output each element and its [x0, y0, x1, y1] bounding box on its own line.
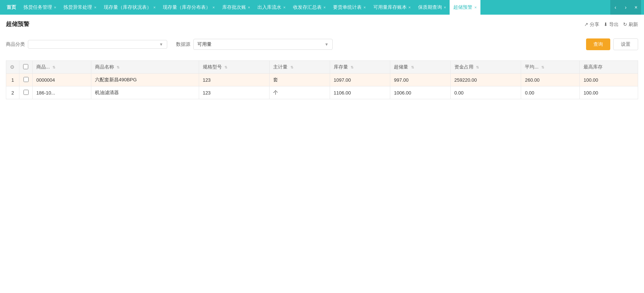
- datasource-label: 数据源: [176, 41, 190, 48]
- nav-expiry-query[interactable]: 保质期查询 ×: [414, 0, 450, 15]
- cell-overstock: 1006.00: [390, 86, 450, 99]
- table-row: 1 0000004 六配套新昌490BPG 123 套 1097.00 997.…: [6, 74, 638, 86]
- share-icon: ↗: [584, 22, 588, 27]
- data-table: 商品... ⇅ 商品名称 ⇅ 规格型号 ⇅ 主计量 ⇅ 库存量 ⇅: [6, 60, 638, 99]
- th-spec[interactable]: 规格型号 ⇅: [199, 61, 270, 74]
- row-checkbox-cell[interactable]: [19, 74, 33, 86]
- row-checkbox[interactable]: [23, 90, 29, 95]
- gear-icon: [10, 64, 15, 70]
- th-capital[interactable]: 资金占用 ⇅: [450, 61, 521, 74]
- select-all-checkbox[interactable]: [23, 64, 28, 69]
- th-stock[interactable]: 库存量 ⇅: [330, 61, 390, 74]
- cell-stock: 1106.00: [330, 86, 390, 99]
- datasource-chevron-icon: ▼: [325, 42, 329, 47]
- row-checkbox[interactable]: [23, 77, 29, 82]
- row-index: 2: [6, 86, 19, 99]
- cell-overstock: 997.00: [390, 74, 450, 86]
- th-unit[interactable]: 主计量 ⇅: [270, 61, 330, 74]
- sort-overstock-icon: ⇅: [411, 65, 414, 69]
- th-product-name[interactable]: 商品名称 ⇅: [91, 61, 199, 74]
- sort-avg-icon: ⇅: [541, 65, 544, 69]
- category-select[interactable]: ▼: [28, 40, 167, 49]
- nav-inventory-status[interactable]: 现存量（库存状况表） ×: [100, 0, 159, 15]
- export-icon: ⬇: [604, 22, 608, 27]
- close-overstock-warning[interactable]: ×: [474, 5, 476, 10]
- nav-available-account[interactable]: 可用量库存账本 ×: [370, 0, 414, 15]
- close-expiry-query[interactable]: ×: [444, 5, 446, 10]
- sort-stock-icon: ⇅: [351, 65, 354, 69]
- th-product-code[interactable]: 商品... ⇅: [33, 61, 91, 74]
- sort-product-name-icon: ⇅: [117, 65, 120, 69]
- query-button[interactable]: 查询: [586, 38, 610, 50]
- nav-order-stats[interactable]: 要货单统计表 ×: [329, 0, 369, 15]
- cell-product-code: 0000004: [33, 74, 91, 86]
- close-inout-flow[interactable]: ×: [283, 5, 285, 10]
- sort-unit-icon: ⇅: [290, 65, 293, 69]
- cell-capital: 0.00: [450, 86, 521, 99]
- cell-max-stock: 100.00: [580, 74, 638, 86]
- datasource-value: 可用量: [197, 41, 212, 48]
- sort-capital-icon: ⇅: [476, 65, 479, 69]
- row-checkbox-cell[interactable]: [19, 86, 33, 99]
- datasource-select[interactable]: 可用量 ▼: [193, 39, 333, 50]
- nav-abnormal[interactable]: 拣货异常处理 ×: [60, 0, 100, 15]
- close-task-mgmt[interactable]: ×: [54, 5, 56, 10]
- table-header-row: 商品... ⇅ 商品名称 ⇅ 规格型号 ⇅ 主计量 ⇅ 库存量 ⇅: [6, 61, 638, 74]
- datasource-filter: 数据源 可用量 ▼: [176, 39, 333, 50]
- close-available-account[interactable]: ×: [409, 5, 411, 10]
- cell-avg: 260.00: [521, 74, 580, 86]
- th-avg[interactable]: 平均... ⇅: [521, 61, 580, 74]
- page-header: 超储预警 ↗ 分享 ⬇ 导出 ↻ 刷新: [6, 21, 638, 28]
- th-settings[interactable]: [6, 61, 19, 74]
- sort-product-code-icon: ⇅: [52, 65, 55, 69]
- filter-actions: 查询 设置: [586, 38, 638, 50]
- nav-batch-account[interactable]: 库存批次账 ×: [219, 0, 254, 15]
- refresh-icon: ↻: [623, 22, 627, 27]
- top-nav: 首页 拣货任务管理 × 拣货异常处理 × 现存量（库存状况表） × 现存量（库存…: [0, 0, 644, 15]
- nav-home[interactable]: 首页: [3, 0, 20, 15]
- row-index: 1: [6, 74, 19, 86]
- close-inventory-dist[interactable]: ×: [212, 5, 215, 10]
- nav-prev-button[interactable]: ‹: [610, 0, 621, 15]
- nav-collect-summary[interactable]: 收发存汇总表 ×: [289, 0, 329, 15]
- category-filter: 商品分类 ▼: [6, 40, 167, 49]
- nav-task-mgmt[interactable]: 拣货任务管理 ×: [20, 0, 60, 15]
- sort-spec-icon: ⇅: [224, 65, 227, 69]
- nav-overstock-warning[interactable]: 超储预警 ×: [450, 0, 480, 15]
- page-title: 超储预警: [6, 21, 29, 28]
- page-content: 超储预警 ↗ 分享 ⬇ 导出 ↻ 刷新 商品分类 ▼ 数据源: [0, 15, 644, 293]
- th-checkbox[interactable]: [19, 61, 33, 74]
- cell-stock: 1097.00: [330, 74, 390, 86]
- refresh-button[interactable]: ↻ 刷新: [623, 21, 638, 28]
- cell-avg: 0.00: [521, 86, 580, 99]
- category-label: 商品分类: [6, 41, 25, 48]
- close-inventory-status[interactable]: ×: [153, 5, 155, 10]
- th-max-stock[interactable]: 最高库存: [580, 61, 638, 74]
- cell-product-name: 机油滤清器: [91, 86, 199, 99]
- nav-inventory-dist[interactable]: 现存量（库存分布表） ×: [159, 0, 218, 15]
- close-collect-summary[interactable]: ×: [323, 5, 326, 10]
- close-order-stats[interactable]: ×: [363, 5, 366, 10]
- cell-unit: 个: [270, 86, 330, 99]
- nav-next-button[interactable]: ›: [621, 0, 631, 15]
- nav-inout-flow[interactable]: 出入库流水 ×: [254, 0, 289, 15]
- cell-spec: 123: [199, 74, 270, 86]
- header-actions: ↗ 分享 ⬇ 导出 ↻ 刷新: [584, 21, 638, 28]
- cell-product-name: 六配套新昌490BPG: [91, 74, 199, 86]
- close-abnormal[interactable]: ×: [94, 5, 96, 10]
- nav-close-button[interactable]: ×: [631, 0, 641, 15]
- th-overstock[interactable]: 超储量 ⇅: [390, 61, 450, 74]
- close-batch-account[interactable]: ×: [248, 5, 250, 10]
- table-row: 2 186-10... 机油滤清器 123 个 1106.00 1006.00 …: [6, 86, 638, 99]
- cell-max-stock: 100.00: [580, 86, 638, 99]
- settings-button[interactable]: 设置: [613, 38, 638, 50]
- cell-spec: 123: [199, 86, 270, 99]
- export-button[interactable]: ⬇ 导出: [604, 21, 619, 28]
- cell-product-code: 186-10...: [33, 86, 91, 99]
- share-button[interactable]: ↗ 分享: [584, 21, 599, 28]
- cell-capital: 259220.00: [450, 74, 521, 86]
- cell-unit: 套: [270, 74, 330, 86]
- nav-arrows: ‹ › ×: [610, 0, 641, 15]
- category-chevron-icon: ▼: [159, 42, 163, 47]
- filter-bar: 商品分类 ▼ 数据源 可用量 ▼ 查询 设置: [6, 34, 638, 55]
